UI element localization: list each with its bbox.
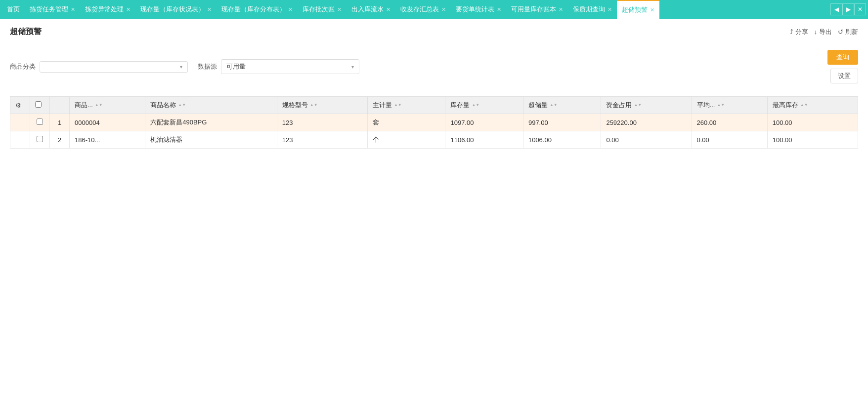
sort-capital-icon: ▲▼ — [634, 103, 642, 107]
category-filter: 商品分类 ▾ — [10, 61, 188, 73]
sort-avg-icon: ▲▼ — [717, 103, 725, 107]
close-quality-icon[interactable]: ✕ — [608, 6, 612, 13]
sort-max-stock-icon: ▲▼ — [800, 103, 808, 107]
category-dropdown-icon: ▾ — [180, 64, 182, 70]
row-stock: 1106.00 — [445, 131, 523, 149]
table-body: 1 0000004 六配套新昌490BPG 123 套 1097.00 997.… — [10, 114, 858, 149]
row-spec: 123 — [277, 131, 367, 149]
th-avg[interactable]: 平均... ▲▼ — [692, 97, 767, 114]
close-inout-flow-icon[interactable]: ✕ — [386, 6, 391, 13]
table-row: 2 186-10... 机油滤清器 123 个 1106.00 1006.00 … — [10, 131, 858, 149]
datasource-filter: 数据源 可用量 ▾ — [198, 59, 359, 74]
topbar-inout-flow[interactable]: 出入库流水 ✕ — [347, 0, 395, 19]
th-rownum — [50, 97, 70, 114]
datasource-dropdown-icon: ▾ — [351, 64, 354, 70]
nav-prev-button[interactable]: ◀ — [830, 3, 842, 15]
topbar-batch[interactable]: 库存批次账 ✕ — [298, 0, 347, 19]
header-actions: ⤴ 分享 ↓ 导出 ↺ 刷新 — [790, 28, 859, 37]
row-max-stock: 100.00 — [767, 114, 858, 131]
refresh-icon: ↺ — [838, 28, 843, 36]
category-label: 商品分类 — [10, 62, 36, 71]
topbar-stock-dist[interactable]: 现存量（库存分布表） ✕ — [217, 0, 298, 19]
th-checkbox — [30, 97, 50, 114]
page-header: 超储预警 ⤴ 分享 ↓ 导出 ↺ 刷新 — [10, 27, 858, 37]
row-unit: 个 — [367, 131, 445, 149]
row-gear-cell — [10, 114, 30, 131]
datasource-select-value: 可用量 — [226, 62, 246, 71]
topbar: 首页 拣货任务管理 ✕ 拣货异常处理 ✕ 现存量（库存状况表） ✕ 现存量（库存… — [0, 0, 868, 19]
row-overflow: 997.00 — [523, 114, 601, 131]
th-gear[interactable]: ⚙ — [10, 97, 30, 114]
nav-controls: ◀ ▶ ✕ — [830, 3, 866, 15]
close-overstock-icon[interactable]: ✕ — [650, 7, 654, 13]
topbar-home[interactable]: 首页 — [2, 0, 25, 19]
export-button[interactable]: ↓ 导出 — [814, 28, 832, 37]
topbar-available-ledger[interactable]: 可用量库存账本 ✕ — [506, 0, 568, 19]
row-checkbox-cell[interactable] — [30, 131, 50, 149]
nav-next-button[interactable]: ▶ — [842, 3, 854, 15]
row-gear-cell — [10, 131, 30, 149]
select-all-checkbox[interactable] — [35, 101, 42, 108]
th-overflow[interactable]: 超储量 ▲▼ — [523, 97, 601, 114]
close-pick-task-icon[interactable]: ✕ — [71, 6, 75, 13]
row-checkbox[interactable] — [37, 118, 43, 125]
topbar-summary[interactable]: 收发存汇总表 ✕ — [395, 0, 451, 19]
row-checkbox[interactable] — [37, 136, 43, 142]
topbar-overstock[interactable]: 超储预警 ✕ — [617, 0, 659, 19]
share-button[interactable]: ⤴ 分享 — [790, 28, 808, 37]
close-demand-icon[interactable]: ✕ — [497, 6, 501, 13]
th-product-code[interactable]: 商品... ▲▼ — [70, 97, 145, 114]
close-available-ledger-icon[interactable]: ✕ — [559, 6, 563, 13]
settings-button[interactable]: 设置 — [830, 69, 858, 83]
category-select[interactable]: ▾ — [40, 61, 188, 73]
topbar-pick-abnormal[interactable]: 拣货异常处理 ✕ — [80, 0, 135, 19]
row-num: 1 — [50, 114, 70, 131]
export-icon: ↓ — [814, 28, 818, 36]
row-avg: 0.00 — [692, 131, 767, 149]
gear-icon: ⚙ — [15, 102, 21, 109]
row-stock: 1097.00 — [445, 114, 523, 131]
sort-unit-icon: ▲▼ — [394, 103, 402, 107]
th-stock[interactable]: 库存量 ▲▼ — [445, 97, 523, 114]
row-product-code: 186-10... — [70, 131, 145, 149]
close-pick-abnormal-icon[interactable]: ✕ — [126, 6, 130, 13]
row-spec: 123 — [277, 114, 367, 131]
close-stock-status-icon[interactable]: ✕ — [207, 6, 212, 13]
row-unit: 套 — [367, 114, 445, 131]
table-header: ⚙ 商品... ▲▼ 商品名称 ▲▼ — [10, 97, 858, 114]
row-overflow: 1006.00 — [523, 131, 601, 149]
th-spec[interactable]: 规格型号 ▲▼ — [277, 97, 367, 114]
refresh-button[interactable]: ↺ 刷新 — [838, 28, 858, 37]
filter-area: 商品分类 ▾ 数据源 可用量 ▾ 查询 设置 — [10, 45, 858, 88]
page-content: 超储预警 ⤴ 分享 ↓ 导出 ↺ 刷新 商品分类 ▾ 数据源 — [0, 19, 868, 395]
topbar-pick-task[interactable]: 拣货任务管理 ✕ — [25, 0, 80, 19]
nav-close-all-button[interactable]: ✕ — [854, 3, 866, 15]
page-title: 超储预警 — [10, 27, 42, 37]
sort-product-name-icon: ▲▼ — [178, 103, 186, 107]
row-checkbox-cell[interactable] — [30, 114, 50, 131]
query-button[interactable]: 查询 — [827, 50, 858, 65]
datasource-select[interactable]: 可用量 ▾ — [221, 59, 359, 74]
row-avg: 260.00 — [692, 114, 767, 131]
data-table: ⚙ 商品... ▲▼ 商品名称 ▲▼ — [10, 96, 858, 149]
sort-product-code-icon: ▲▼ — [95, 103, 103, 107]
th-capital[interactable]: 资金占用 ▲▼ — [601, 97, 692, 114]
sort-overflow-icon: ▲▼ — [550, 103, 558, 107]
close-stock-dist-icon[interactable]: ✕ — [288, 6, 293, 13]
sort-spec-icon: ▲▼ — [310, 103, 318, 107]
row-product-name: 六配套新昌490BPG — [145, 114, 277, 131]
row-max-stock: 100.00 — [767, 131, 858, 149]
topbar-stock-status[interactable]: 现存量（库存状况表） ✕ — [135, 0, 217, 19]
th-max-stock[interactable]: 最高库存 ▲▼ — [767, 97, 858, 114]
th-product-name[interactable]: 商品名称 ▲▼ — [145, 97, 277, 114]
topbar-demand[interactable]: 要货单统计表 ✕ — [451, 0, 506, 19]
topbar-quality[interactable]: 保质期查询 ✕ — [568, 0, 617, 19]
sort-stock-icon: ▲▼ — [472, 103, 479, 107]
row-capital: 0.00 — [601, 131, 692, 149]
row-capital: 259220.00 — [601, 114, 692, 131]
close-batch-icon[interactable]: ✕ — [337, 6, 342, 13]
filter-right-actions: 查询 设置 — [827, 50, 858, 83]
close-summary-icon[interactable]: ✕ — [441, 6, 446, 13]
th-unit[interactable]: 主计量 ▲▼ — [367, 97, 445, 114]
row-product-name: 机油滤清器 — [145, 131, 277, 149]
